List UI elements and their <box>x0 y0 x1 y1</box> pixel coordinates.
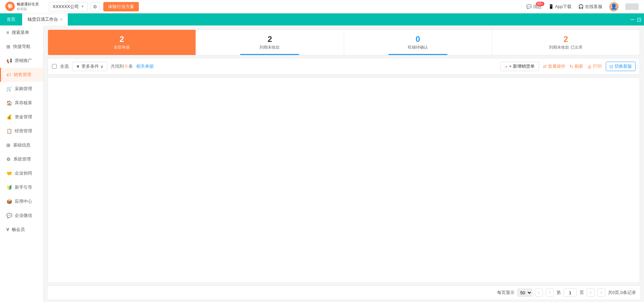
sidebar-item-sales[interactable]: 🏷 销售管理 <box>0 68 43 82</box>
sidebar-item-purchase[interactable]: 🛒 采购管理 <box>0 82 43 96</box>
select-all-label: 全选 <box>60 63 69 69</box>
found-unit: 条 <box>128 64 133 69</box>
stat-card-wangdian[interactable]: 0 旺辅待确认 <box>344 30 492 55</box>
sidebar-item-marketing[interactable]: 📢 营销推广 <box>0 54 43 68</box>
table-area <box>48 77 640 283</box>
sidebar-item-app-center[interactable]: 📦 应用中心 <box>0 194 43 208</box>
total-records-label: 共0页,0条记录 <box>608 290 636 296</box>
current-page-input[interactable] <box>564 289 577 297</box>
sidebar-label-search-menu: 搜索菜单 <box>12 29 29 36</box>
tab-bar: 首页 钱货日清工作台 × ─ ⊡ <box>0 13 644 25</box>
app-download-button[interactable]: 📱 App下载 <box>548 4 572 10</box>
sidebar-item-finance[interactable]: 💰 资金管理 <box>0 110 43 124</box>
sidebar-label-inventory: 库存核算 <box>15 100 32 106</box>
sidebar-item-member[interactable]: V 畅会员 <box>0 223 43 237</box>
stat-label-wangdian: 旺辅待确认 <box>351 45 485 50</box>
stat-card-all[interactable]: 2 全部单据 <box>48 30 196 55</box>
trial-button[interactable]: 体验行业方案 <box>103 2 139 11</box>
per-page-label: 每页显示 <box>497 290 515 296</box>
sidebar-label-marketing: 营销推广 <box>15 58 32 64</box>
company-dropdown-arrow: ▼ <box>81 5 84 8</box>
print-icon: 🖨 <box>587 64 592 69</box>
sidebar-label-system: 系统管理 <box>13 156 31 162</box>
stat-num-overdue: 2 <box>203 35 337 44</box>
page-label-post: 页 <box>580 290 584 296</box>
switch-icon: ⊡ <box>609 64 613 69</box>
related-records-link[interactable]: 相关单据 <box>136 63 154 69</box>
stat-num-overdue-shipped: 2 <box>499 35 633 44</box>
tab-home[interactable]: 首页 <box>0 13 22 25</box>
new-sales-button[interactable]: + + 新增销货单 <box>500 62 539 71</box>
online-service-button[interactable]: 🎧 在线客服 <box>578 4 602 10</box>
stat-card-overdue-uncollected[interactable]: 2 到期未收款 <box>196 30 344 55</box>
filter-icon: ▼ <box>76 64 80 69</box>
main-layout: ≡ 搜索菜单 ⊞ 快捷导航 📢 营销推广 🏷 销售管理 🛒 采购管理 🏠 库存核… <box>0 25 644 302</box>
app-center-icon: 📦 <box>6 199 12 204</box>
message-icon: 💬 <box>526 4 532 9</box>
refresh-button[interactable]: ↻ 刷新 <box>570 63 583 69</box>
tab-close-button[interactable]: × <box>60 17 62 22</box>
sales-icon: 🏷 <box>6 72 11 77</box>
company-name: XXXXXX公司 <box>53 4 79 10</box>
operations-icon: 📋 <box>6 128 12 134</box>
tab-maximize-button[interactable]: ⊡ <box>637 16 641 23</box>
switch-version-label: 切换新版 <box>614 63 632 69</box>
sidebar-item-corp-wechat[interactable]: 💬 企业微信 <box>0 208 43 223</box>
sidebar-label-corp-collab: 企业协同 <box>15 170 32 176</box>
app-download-icon: 📱 <box>548 4 554 9</box>
messages-badge: 99+ <box>536 2 544 6</box>
sidebar-item-base-info[interactable]: ⊞ 基础信息 <box>0 138 43 152</box>
sidebar-label-purchase: 采购管理 <box>15 86 32 92</box>
online-service-icon: 🎧 <box>578 4 584 9</box>
pagination: 每页显示 50 « < 第 页 > » 共0页,0条记录 <box>48 286 640 299</box>
sidebar-label-member: 畅会员 <box>12 227 25 233</box>
tab-bar-right: ─ ⊡ <box>631 16 644 23</box>
settings-button[interactable]: ⚙ <box>91 2 100 11</box>
sidebar-item-quick-nav[interactable]: ⊞ 快捷导航 <box>0 40 43 54</box>
company-selector[interactable]: XXXXXX公司 ▼ <box>49 2 88 11</box>
finance-icon: 💰 <box>6 114 12 120</box>
logo-icon: 畅 <box>5 2 15 11</box>
header-right: 💬 消息 99+ 📱 App下载 🎧 在线客服 👤 <box>526 2 639 11</box>
sidebar-item-guide[interactable]: 🔰 新手引导 <box>0 180 43 194</box>
online-service-label: 在线客服 <box>585 4 602 10</box>
gear-icon: ⚙ <box>93 4 97 9</box>
filter-down-icon: ∨ <box>100 64 104 69</box>
next-page-button[interactable]: > <box>587 289 595 297</box>
select-all-checkbox[interactable] <box>52 64 57 69</box>
print-button[interactable]: 🖨 打印 <box>587 63 602 69</box>
logo-text: 畅捷通好生意 <box>17 2 39 6</box>
logo-sub: 标准版 <box>17 7 39 11</box>
prev-page-button[interactable]: < <box>546 289 554 297</box>
base-info-icon: ⊞ <box>6 142 10 148</box>
content-area: 2 全部单据 2 到期未收款 0 旺辅待确认 2 到期未收款 已出库 全选 <box>44 25 644 302</box>
sidebar-item-corp-collab[interactable]: 🤝 企业协同 <box>0 166 43 180</box>
tab-minimize-button[interactable]: ─ <box>631 16 634 22</box>
refresh-label: 刷新 <box>575 63 583 69</box>
tab-qinghuori[interactable]: 钱货日清工作台 × <box>22 13 68 25</box>
toolbar-left: 全选 ▼ 更多条件 ∨ 共找到 0 条 相关单据 <box>52 62 497 71</box>
sidebar-item-operations[interactable]: 📋 经营管理 <box>0 124 43 138</box>
corp-collab-icon: 🤝 <box>6 171 12 176</box>
sidebar-label-app-center: 应用中心 <box>15 198 32 204</box>
sidebar-item-search-menu[interactable]: ≡ 搜索菜单 <box>0 25 43 40</box>
switch-version-button[interactable]: ⊡ 切换新版 <box>606 62 636 71</box>
messages-button[interactable]: 💬 消息 99+ <box>526 4 542 10</box>
logo-text-group: 畅捷通好生意 标准版 <box>17 2 39 11</box>
inventory-icon: 🏠 <box>6 100 12 106</box>
more-filter-button[interactable]: ▼ 更多条件 ∨ <box>72 62 107 71</box>
quick-nav-icon: ⊞ <box>6 44 10 49</box>
tab-label: 钱货日清工作台 <box>28 16 58 22</box>
username-display[interactable] <box>625 3 639 10</box>
stat-num-all: 2 <box>55 35 189 44</box>
corp-wechat-icon: 💬 <box>6 213 12 218</box>
sidebar-label-finance: 资金管理 <box>15 114 32 120</box>
last-page-button[interactable]: » <box>597 289 605 297</box>
per-page-select[interactable]: 50 <box>517 289 532 297</box>
user-avatar[interactable]: 👤 <box>609 2 619 11</box>
stat-card-overdue-not-shipped[interactable]: 2 到期未收款 已出库 <box>492 30 640 55</box>
sidebar-item-inventory[interactable]: 🏠 库存核算 <box>0 96 43 110</box>
sidebar-item-system[interactable]: ⚙ 系统管理 <box>0 152 43 166</box>
batch-ops-button[interactable]: ⇄ 批量操作 <box>543 63 566 69</box>
first-page-button[interactable]: « <box>535 289 543 297</box>
